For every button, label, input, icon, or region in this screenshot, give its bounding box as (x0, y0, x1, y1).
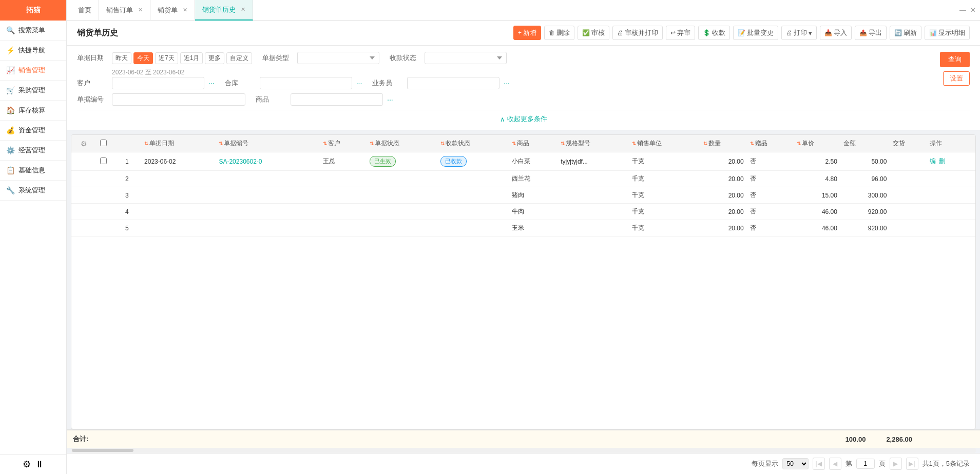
table-row: 1 2023-06-02 SA-20230602-0 王总 已生效 已收款 小白… (71, 152, 975, 171)
sidebar-item-purchase-mgmt[interactable]: 🛒 采购管理 (0, 81, 66, 101)
sidebar-collapse-icon[interactable]: ⏸ (35, 459, 44, 470)
query-button[interactable]: 查询 (940, 52, 970, 67)
review-button[interactable]: ✅ 审核 (578, 26, 609, 40)
row-checkbox-0 (97, 152, 123, 171)
row-doc-date-1 (141, 171, 216, 187)
sort-unit-icon: ⇅ (632, 141, 636, 146)
abandon-button[interactable]: ↩ 弃审 (666, 26, 695, 40)
gear-icon[interactable]: ⚙ (81, 140, 87, 148)
scroll-thumb[interactable] (72, 449, 133, 452)
filter-product-input[interactable] (291, 93, 383, 106)
filter-warehouse-dots[interactable]: ··· (356, 79, 362, 87)
action-编-0[interactable]: 编 (930, 157, 936, 165)
date-btn-today[interactable]: 今天 (133, 52, 153, 64)
sidebar-item-sys-mgmt[interactable]: 🔧 系统管理 (0, 181, 66, 201)
add-label: 新增 (523, 28, 536, 37)
delete-button[interactable]: 🗑 删除 (544, 26, 574, 40)
filter-product-label: 商品 (256, 95, 286, 104)
row-checkbox-4 (97, 220, 123, 236)
col-spec[interactable]: ⇅规格型号 (558, 135, 629, 152)
date-btn-7days[interactable]: 近7天 (155, 52, 178, 64)
page-last-btn[interactable]: ▶| (906, 458, 918, 470)
date-btn-yesterday[interactable]: 昨天 (112, 52, 131, 64)
tab-home[interactable]: 首页 (71, 0, 99, 21)
filter-doc-type-select[interactable] (297, 52, 379, 64)
import-icon: 📥 (824, 29, 832, 36)
date-btn-custom[interactable]: 自定义 (226, 52, 252, 64)
date-btn-1month[interactable]: 近1月 (180, 52, 203, 64)
filter-collect-status-select[interactable] (425, 52, 507, 64)
page-next-btn[interactable]: ▶ (890, 458, 902, 470)
row-product-2: 猪肉 (509, 187, 558, 204)
sidebar-item-sales-mgmt[interactable]: 📈 销售管理 (0, 61, 66, 81)
tab-sales-order[interactable]: 销售订单 ✕ (99, 0, 150, 21)
collapse-btn[interactable]: ∧ 收起更多条件 (500, 114, 547, 124)
batch-change-button[interactable]: 📝 批量变更 (733, 26, 778, 40)
col-qty[interactable]: ⇅数量 (700, 135, 747, 152)
refresh-button[interactable]: 🔄 刷新 (890, 26, 921, 40)
page-prev-btn[interactable]: ◀ (829, 458, 841, 470)
date-btn-more[interactable]: 更多 (205, 52, 224, 64)
tab-sales-history-close[interactable]: ✕ (241, 6, 245, 13)
sidebar-item-basic-info[interactable]: 📋 基础信息 (0, 161, 66, 181)
action-删-0[interactable]: 删 (939, 157, 945, 165)
summary-total-qty: 100.00 (846, 436, 866, 443)
col-collect-status[interactable]: ⇅收款状态 (437, 135, 509, 152)
filter-customer-input[interactable] (112, 77, 204, 89)
tab-sales-delivery[interactable]: 销货单 ✕ (150, 0, 195, 21)
col-product[interactable]: ⇅商品 (509, 135, 558, 152)
collect-icon: 💲 (703, 29, 710, 36)
col-customer[interactable]: ⇅客户 (320, 135, 367, 152)
page-first-btn[interactable]: |◀ (813, 458, 825, 470)
select-all-checkbox[interactable] (100, 140, 107, 146)
page-num-input[interactable]: 1 (856, 459, 875, 469)
col-gift[interactable]: ⇅赠品 (747, 135, 794, 152)
col-unit-price[interactable]: ⇅单价 (794, 135, 840, 152)
row-seq-3: 4 (122, 204, 141, 220)
col-doc-no[interactable]: ⇅单据编号 (216, 135, 319, 152)
import-button[interactable]: 📥 导入 (820, 26, 852, 40)
tab-bar-close[interactable]: ✕ (970, 6, 976, 14)
tab-sales-delivery-close[interactable]: ✕ (183, 7, 187, 13)
collect-button[interactable]: 💲 收款 (698, 26, 730, 40)
doc-no-link-0[interactable]: SA-20230602-0 (219, 158, 262, 165)
sidebar-item-quick-nav[interactable]: ⚡ 快捷导航 (0, 41, 66, 61)
main-area: 首页 销售订单 ✕ 销货单 ✕ 销货单历史 ✕ — ✕ 销货单历史 + 新增 (67, 0, 980, 474)
add-button[interactable]: + 新增 (513, 26, 541, 40)
setting-button[interactable]: 设置 (943, 71, 970, 86)
filter-warehouse-input[interactable] (260, 77, 352, 89)
col-doc-date[interactable]: ⇅单据日期 (141, 135, 216, 152)
horizontal-scrollbar[interactable] (71, 448, 976, 453)
tab-sales-order-label: 销售订单 (106, 6, 133, 15)
filter-customer-dots[interactable]: ··· (208, 79, 215, 87)
page-size-select[interactable]: 50 100 (782, 458, 809, 469)
filter-salesperson-input[interactable] (407, 77, 499, 89)
tab-sales-order-close[interactable]: ✕ (138, 7, 143, 13)
refresh-icon: 🔄 (894, 29, 902, 36)
filter-date-label: 单据日期 (77, 53, 108, 63)
row-unit-price-3: 46.00 (794, 204, 840, 220)
review-print-button[interactable]: 🖨 审核并打印 (612, 26, 663, 40)
quick-nav-icon: ⚡ (6, 46, 14, 54)
sidebar-setting-icon[interactable]: ⚙ (23, 459, 31, 470)
collect-label: 收款 (712, 28, 725, 37)
sidebar-item-inventory-calc[interactable]: 🏠 库存核算 (0, 101, 66, 121)
sidebar-item-search-menu[interactable]: 🔍 搜索菜单 (0, 21, 66, 41)
sidebar-item-finance-mgmt[interactable]: 💰 资金管理 (0, 121, 66, 141)
collapse-label: 收起更多条件 (507, 114, 547, 124)
filter-docno-input[interactable] (112, 93, 245, 106)
row-action-2 (927, 187, 975, 204)
filter-product-dots[interactable]: ··· (387, 95, 393, 104)
row-gear-1 (71, 171, 97, 187)
tab-bar-minus[interactable]: — (959, 6, 966, 14)
filter-salesperson-dots[interactable]: ··· (504, 79, 510, 87)
show-detail-button[interactable]: 📊 显示明细 (925, 26, 970, 40)
finance-mgmt-icon: 💰 (6, 126, 14, 134)
sidebar-item-ops-mgmt[interactable]: ⚙️ 经营管理 (0, 141, 66, 161)
row-select-checkbox[interactable] (100, 157, 107, 164)
col-unit[interactable]: ⇅销售单位 (629, 135, 700, 152)
print-button[interactable]: 🖨 打印 ▾ (781, 26, 817, 40)
tab-sales-history[interactable]: 销货单历史 ✕ (195, 0, 253, 21)
export-button[interactable]: 📤 导出 (855, 26, 887, 40)
col-doc-status[interactable]: ⇅单据状态 (367, 135, 438, 152)
